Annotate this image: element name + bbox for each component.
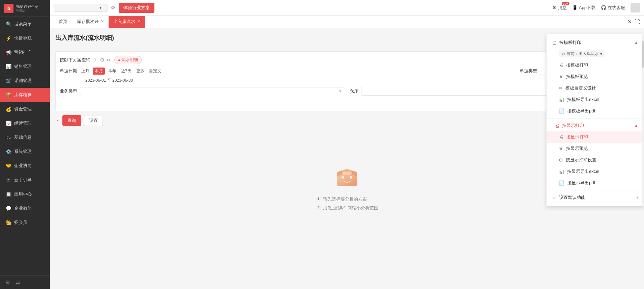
template-excel-item[interactable]: 📊 按模板导出excel: [547, 94, 644, 105]
sidebar-label-purchase: 采购管理: [14, 78, 32, 84]
display-excel-item[interactable]: 📊 按显示导出excel: [547, 166, 644, 177]
industry-btn[interactable]: 体验行业方案: [119, 3, 154, 13]
sidebar-item-guide[interactable]: 🎓 新手引导: [0, 173, 50, 187]
print-dropdown-panel: 🖨 按模板打印 ▲ ⚙ 当前：出入库流水 ▾ 🖨 按模板打印 👁 按模板预览 ✏…: [546, 34, 644, 206]
settings-icon[interactable]: ⚙: [5, 279, 10, 286]
app-download-item[interactable]: 📱 App下载: [572, 5, 595, 11]
template-excel-icon: 📊: [559, 97, 564, 102]
search-dropdown-icon[interactable]: ▾: [99, 5, 101, 10]
sidebar-item-finance[interactable]: 💰 资金管理: [0, 102, 50, 116]
display-settings-item[interactable]: ⚙ 按显示打印设置: [547, 154, 644, 166]
sidebar-item-search[interactable]: 🔍 搜索菜单: [0, 17, 50, 31]
sidebar: b 畅捷通好生意 标准版 🔍 搜索菜单 ⚡ 快捷导航 📢 营销推广 📊 销售管理…: [0, 0, 50, 289]
current-label-icon: ⚙: [561, 52, 565, 56]
date-option-本月[interactable]: 本月: [93, 68, 105, 75]
display-excel-icon: 📊: [559, 169, 564, 174]
tab-inventory-batch[interactable]: 库存批次账 ✕: [72, 16, 109, 28]
settings-button[interactable]: 设置: [84, 115, 103, 126]
query-button[interactable]: 查询: [62, 115, 81, 126]
business-type-select[interactable]: ▾: [80, 87, 344, 95]
settings-filter-icon[interactable]: ⚙: [100, 57, 105, 63]
sidebar-item-member[interactable]: 👑 畅会员: [0, 215, 50, 230]
toolbar-action-icons: ＋ ⚙ ≪: [93, 56, 112, 63]
add-filter-icon[interactable]: ＋: [93, 56, 98, 63]
sidebar-item-basics[interactable]: 🗂 基础信息: [0, 130, 50, 144]
tab-close-batch[interactable]: ✕: [101, 19, 104, 24]
sidebar-item-system[interactable]: ⚙️ 系统管理: [0, 144, 50, 159]
display-settings-icon: ⚙: [559, 157, 563, 163]
sidebar-bottom: ⚙ ⇄: [0, 275, 50, 289]
sidebar-item-purchase[interactable]: 🛒 采购管理: [0, 74, 50, 88]
sidebar-item-collab[interactable]: 🤝 企业协同: [0, 159, 50, 173]
display-print-chevron: ▲: [634, 123, 638, 128]
date-option-上月[interactable]: 上月: [80, 68, 91, 75]
dp-divider-1: [547, 118, 644, 119]
sidebar-nav: 🔍 搜索菜单 ⚡ 快捷导航 📢 营销推广 📊 销售管理 🛒 采购管理 📦 库存核…: [0, 17, 50, 275]
tab-expand-icon[interactable]: ⛶: [635, 19, 640, 25]
online-service-item[interactable]: 🎧 在线客服: [601, 5, 625, 11]
sidebar-icon-guide: 🎓: [5, 177, 11, 183]
template-design-item[interactable]: ✏ 模板自定义设计: [547, 82, 644, 94]
template-preview-item[interactable]: 👁 按模板预览: [547, 71, 644, 82]
set-default-item[interactable]: ☆ 设置默认功能 ▾: [547, 192, 644, 203]
flow-detail-tag[interactable]: ● 流水明细: [114, 56, 142, 64]
sidebar-icon-wechat: 💬: [5, 205, 11, 211]
template-print-chevron: ▲: [634, 40, 638, 45]
sidebar-item-inventory[interactable]: 📦 库存核算: [0, 88, 50, 102]
sidebar-item-appcenter[interactable]: 🔲 应用中心: [0, 187, 50, 201]
template-print-header-icon: 🖨: [552, 40, 557, 45]
topbar-search-box[interactable]: ▾: [54, 4, 108, 12]
message-icon: ✉: [553, 5, 557, 10]
tab-home[interactable]: 首页: [54, 16, 72, 28]
display-preview-item[interactable]: 👁 按显示预览: [547, 143, 644, 154]
empty-tips: 1 请先选择要分析的方案 2 用[过滤]条件来缩小分析范围: [316, 196, 378, 214]
display-pdf-item[interactable]: 📄 按显示导出pdf: [547, 177, 644, 189]
sidebar-label-operations: 经营管理: [14, 120, 32, 126]
sidebar-item-quick-nav[interactable]: ⚡ 快捷导航: [0, 31, 50, 45]
tab-bar: 首页 库存批次账 ✕ 出入库流水 ✕ ✕ ⛶: [50, 16, 644, 28]
tab-close-all-icon[interactable]: ✕: [627, 19, 632, 25]
avatar[interactable]: [631, 3, 640, 12]
sidebar-label-marketing: 营销推广: [14, 49, 32, 55]
topbar: ▾ ⚙ 体验行业方案 ✉ 消息 99+ 📱 App下载 🎧 在线客服: [50, 0, 644, 16]
template-preview-icon: 👁: [559, 74, 563, 79]
sidebar-item-sales[interactable]: 📊 销售管理: [0, 59, 50, 74]
sidebar-logo: b 畅捷通好生意 标准版: [0, 0, 50, 17]
display-print-item[interactable]: 🖨 按显示打印: [547, 131, 644, 143]
sidebar-icon-search: 🔍: [5, 21, 11, 27]
dropdown-scrollbar[interactable]: [642, 34, 644, 206]
empty-state-image: [330, 157, 364, 191]
dropdown-scrollbar-thumb: [642, 41, 644, 68]
sidebar-item-marketing[interactable]: 📢 营销推广: [0, 45, 50, 59]
sidebar-label-member: 畅会员: [14, 219, 27, 226]
template-print-item[interactable]: 🖨 按模板打印: [547, 59, 644, 71]
topbar-gear-icon[interactable]: ⚙: [111, 4, 115, 11]
expand-collapse-icon[interactable]: ⇄: [16, 279, 20, 286]
message-item[interactable]: ✉ 消息 99+: [553, 5, 567, 11]
date-option-更多[interactable]: 更多: [135, 68, 146, 75]
template-pdf-item[interactable]: 📄 按模板导出pdf: [547, 105, 644, 117]
sidebar-icon-appcenter: 🔲: [5, 191, 11, 197]
current-label-chevron: ▾: [600, 52, 602, 56]
date-option-自定义[interactable]: 自定义: [148, 68, 163, 75]
empty-tip-2: 2 用[过滤]条件来缩小分析范围: [316, 205, 378, 211]
template-print-header[interactable]: 🖨 按模板打印 ▲: [547, 37, 644, 48]
sidebar-label-appcenter: 应用中心: [14, 191, 32, 197]
display-print-header-icon: 🖨: [555, 123, 559, 128]
template-design-icon: ✏: [559, 85, 563, 91]
set-default-chevron: ▾: [636, 195, 638, 200]
collapse-filter-icon[interactable]: ≪: [106, 57, 112, 63]
search-input[interactable]: [57, 5, 97, 10]
date-option-近7天[interactable]: 近7天: [120, 68, 133, 75]
display-print-header[interactable]: 🖨 按显示打印 ▲: [547, 120, 644, 131]
flow-tag-icon: ●: [118, 58, 120, 62]
sidebar-item-wechat[interactable]: 💬 企业微信: [0, 201, 50, 215]
date-option-本年[interactable]: 本年: [107, 68, 118, 75]
sidebar-item-operations[interactable]: 📈 经营管理: [0, 116, 50, 130]
logo-icon: b: [4, 4, 13, 13]
tab-inventory-flow[interactable]: 出入库流水 ✕: [109, 16, 145, 28]
more-actions-icon[interactable]: ···: [55, 117, 60, 124]
sidebar-label-search: 搜索菜单: [14, 21, 32, 27]
date-filter-group: 单据日期 上月本月本年近7天更多自定义: [60, 68, 163, 75]
tab-close-flow[interactable]: ✕: [137, 19, 140, 24]
